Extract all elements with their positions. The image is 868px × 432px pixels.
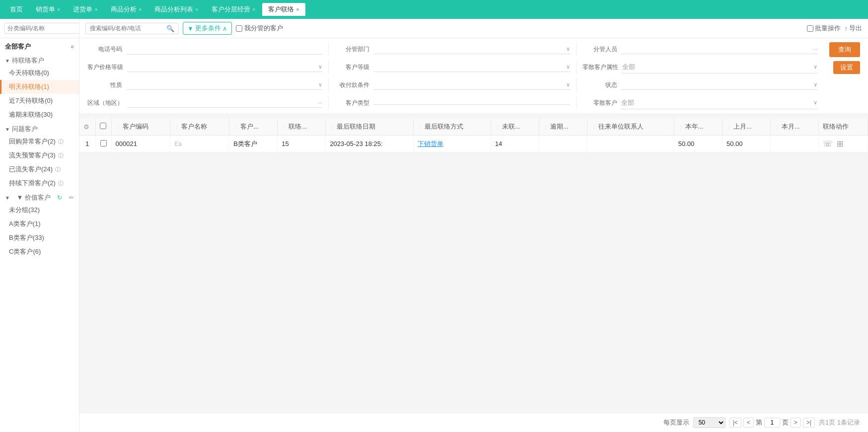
th-last-contact-method[interactable]: ⋮ 最后联络方式 [413, 118, 491, 136]
close-product-analysis-list-icon[interactable]: × [195, 6, 198, 12]
collapse-icon[interactable]: « [71, 43, 74, 50]
th-customer-type[interactable]: ⋮ 客户... [229, 118, 278, 136]
close-customer-tier-icon[interactable]: × [252, 6, 255, 12]
export-icon: ↑ [845, 25, 848, 32]
col-sort-icon-method: ⋮ [418, 124, 423, 130]
query-button[interactable]: 查询 [829, 42, 860, 57]
table-header-row: ⚙ ⋮ 客户编码 ⋮ [79, 118, 868, 136]
status-select[interactable]: ∨ [621, 80, 817, 90]
th-overdue[interactable]: ⋮ 逾期... [539, 118, 587, 136]
col-type-label: 客户... [240, 122, 259, 131]
filter-row-4: 区域（地区） ··· 客户类型 [87, 96, 817, 110]
table-settings-icon[interactable]: ⚙ [83, 123, 89, 131]
sidebar-item-abnormal-repurchase[interactable]: 回购异常客户(2) ⓘ [0, 135, 79, 148]
close-sales-icon[interactable]: × [57, 6, 60, 12]
value-refresh-icon[interactable]: ↻ [57, 194, 62, 201]
customer-level-select[interactable]: ∨ [373, 62, 570, 72]
prev-page-button[interactable]: < [743, 418, 754, 428]
nature-select[interactable]: ∨ [126, 80, 322, 90]
filter-cell-retail-customer: 零散客户 全部 ∨ [582, 97, 817, 109]
th-last-contact-date[interactable]: ⋮ 最后联络日期 [326, 118, 413, 136]
retail-customer-select[interactable]: 全部 ∨ [621, 97, 817, 109]
row-checkbox[interactable] [100, 140, 107, 146]
nav-product-analysis-list[interactable]: 商品分析列表 × [148, 3, 204, 16]
sidebar-item-class-a[interactable]: A类客户(1) [0, 217, 79, 231]
next-page-button[interactable]: > [791, 418, 801, 428]
filter-search-input[interactable] [90, 25, 164, 32]
close-purchase-icon[interactable]: × [94, 6, 97, 12]
filter-cell-status: 状态 ∨ [582, 80, 817, 90]
batch-op-checkbox[interactable] [807, 25, 813, 32]
last-page-button[interactable]: >| [803, 418, 815, 428]
row-last-contact-method[interactable]: 下销货单 [413, 136, 491, 152]
sidebar-item-today-contact[interactable]: 今天待联络(0) [0, 66, 79, 80]
sidebar-item-overdue-contact[interactable]: 逾期未联络(30) [0, 108, 79, 122]
sidebar-item-churn-warning[interactable]: 流失预警客户(3) ⓘ [0, 148, 79, 162]
col-code-label: 客户编码 [123, 122, 148, 131]
col-sort-icon-tmonth: ⋮ [775, 124, 780, 130]
sidebar-item-class-c[interactable]: C类客户(6) [0, 245, 79, 259]
th-code[interactable]: ⋮ 客户编码 [111, 118, 170, 136]
customer-type-select[interactable] [373, 101, 570, 105]
close-product-analysis-icon[interactable]: × [139, 6, 142, 12]
filter-cell-customer-type: 客户类型 [335, 99, 570, 107]
price-level-select[interactable]: ∨ [127, 62, 322, 72]
sidebar-item-class-b[interactable]: B类客户(33) [0, 231, 79, 245]
th-this-month[interactable]: ⋮ 本月... [771, 118, 819, 136]
export-button[interactable]: ↑ 导出 [845, 24, 863, 33]
nav-purchase[interactable]: 进货单 × [67, 3, 103, 16]
retail-attr-select[interactable]: 全部 ∨ [622, 61, 817, 73]
value-edit-icon[interactable]: ✏ [69, 194, 74, 201]
phone-input[interactable] [126, 44, 322, 55]
nav-customer-tier[interactable]: 客户分层经营 × [206, 3, 261, 16]
th-settings[interactable]: ⚙ [79, 118, 95, 136]
filter-search-icon[interactable]: 🔍 [166, 25, 174, 32]
select-all-checkbox[interactable] [100, 123, 106, 129]
th-name[interactable]: ⋮ 客户名称 [170, 118, 229, 136]
th-last-month[interactable]: ⋮ 上月... [722, 118, 770, 136]
retail-attr-caret: ∨ [813, 64, 817, 70]
row-action-qr-icon[interactable]: ⊞ [837, 139, 843, 148]
row-checkbox-cell[interactable] [95, 136, 111, 152]
sidebar-item-tomorrow-contact[interactable]: 明天待联络(1) [0, 80, 79, 94]
divider-8 [576, 96, 577, 110]
payment-select[interactable]: ∨ [373, 80, 570, 90]
th-uncontacted[interactable]: ⋮ 未联... [491, 118, 539, 136]
row-this-month [771, 136, 819, 152]
all-customers-section[interactable]: 全部客户 « [0, 38, 79, 53]
close-customer-contact-icon[interactable]: × [296, 6, 299, 12]
th-contact-count[interactable]: ⋮ 联络... [278, 118, 326, 136]
page-input[interactable] [764, 418, 780, 428]
row-code: 000021 [111, 136, 170, 152]
sidebar-search-input[interactable] [4, 23, 79, 34]
more-conditions-button[interactable]: ▼ 更多条件 ∧ [183, 22, 232, 35]
info-icon-2: ⓘ [58, 152, 64, 158]
row-last-contact-method-value[interactable]: 下销货单 [418, 140, 443, 147]
filter-cell-region: 区域（地区） ··· [87, 98, 322, 108]
per-page-select[interactable]: 50 20 100 [693, 417, 725, 428]
overdue-contact-label: 逾期未联络(30) [9, 111, 53, 118]
person-select[interactable]: ··· [621, 45, 817, 54]
sidebar-item-week-contact[interactable]: 近7天待联络(0) [0, 94, 79, 108]
th-this-year[interactable]: ⋮ 本年... [674, 118, 722, 136]
sidebar-item-churned[interactable]: 已流失客户(24) ⓘ [0, 162, 79, 176]
dept-select[interactable]: ∨ [373, 44, 570, 54]
nav-customer-contact[interactable]: 客户联络 × [262, 3, 305, 16]
row-action-phone-icon[interactable]: ☏ [823, 139, 833, 148]
th-contact-person[interactable]: ⋮ 往来单位联系人 [587, 118, 674, 136]
sidebar-item-declining[interactable]: 持续下滑客户(2) ⓘ [0, 176, 79, 190]
sidebar-item-ungrouped[interactable]: 未分组(32) [0, 203, 79, 217]
first-page-button[interactable]: |< [729, 418, 741, 428]
nav-product-analysis[interactable]: 商品分析 × [105, 3, 147, 16]
my-customers-checkbox-area[interactable]: 我分管的客户 [236, 24, 283, 33]
batch-op-button[interactable]: 批量操作 [807, 24, 841, 33]
th-checkbox[interactable] [95, 118, 111, 136]
nav-sales[interactable]: 销货单 × [30, 3, 66, 16]
table-body: 1 000021 Ea B类客户 [79, 136, 868, 152]
region-select[interactable]: ··· [127, 98, 322, 108]
settings-button[interactable]: 设置 [833, 61, 860, 74]
row-action-icons: ☏ ⊞ [823, 139, 864, 148]
my-customers-checkbox[interactable] [236, 25, 242, 32]
nav-home[interactable]: 首页 [4, 3, 29, 16]
group-problem-label: 问题客户 [12, 125, 38, 134]
